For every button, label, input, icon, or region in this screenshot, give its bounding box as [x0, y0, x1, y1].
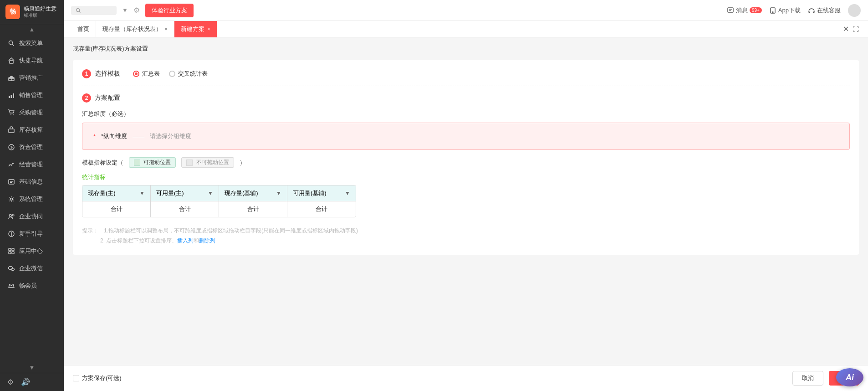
- col-2[interactable]: 现存量(基辅) ▼: [219, 185, 287, 201]
- tip-1: 提示： 1.拖动标题栏可以调整布局，不可跨维度或指标区域拖动栏目字段(只能在同一…: [82, 226, 850, 236]
- sidebar-item-system[interactable]: 系统管理: [0, 190, 64, 208]
- cell-3: 合计: [287, 201, 356, 217]
- expand-window-icon[interactable]: ⛶: [853, 26, 859, 33]
- brand-text: 畅康通好生意 标准版: [24, 5, 56, 19]
- speaker-icon[interactable]: 🔊: [21, 378, 30, 386]
- tab-inventory-close[interactable]: ×: [164, 26, 168, 32]
- svg-rect-20: [9, 252, 11, 254]
- col-0-dropdown[interactable]: ▼: [139, 190, 145, 196]
- dropdown-icon[interactable]: ▼: [122, 7, 128, 14]
- sidebar-item-label: 新手引导: [19, 230, 43, 238]
- cancel-button[interactable]: 取消: [792, 371, 823, 386]
- svg-rect-21: [12, 252, 14, 254]
- topbar-settings-icon[interactable]: ⚙: [133, 6, 140, 15]
- message-item[interactable]: 消息 99+: [727, 6, 762, 15]
- user-avatar[interactable]: [848, 4, 861, 17]
- guide-icon: [7, 230, 15, 238]
- ai-float-button[interactable]: Ai: [836, 368, 863, 386]
- sidebar-item-app-center[interactable]: 应用中心: [0, 242, 64, 260]
- system-icon: [7, 195, 15, 203]
- sidebar-item-members[interactable]: 畅会员: [0, 277, 64, 294]
- col-1-dropdown[interactable]: ▼: [208, 190, 213, 196]
- sidebar-item-label: 企业微信: [19, 264, 43, 273]
- sidebar-item-label: 基础信息: [19, 178, 43, 186]
- svg-point-24: [77, 8, 80, 11]
- search-bar[interactable]: [71, 6, 117, 15]
- stats-table: 现存量(主) ▼ 可用量(主) ▼ 现存量(基辅) ▼ 可用量(基辅): [82, 185, 356, 217]
- box-icon: [7, 126, 15, 134]
- svg-point-22: [9, 267, 13, 270]
- sidebar-item-label: 销售管理: [19, 91, 43, 99]
- sidebar-scroll-up[interactable]: ▲: [0, 24, 64, 35]
- main-area: ▼ ⚙ 体验行业方案 消息 99+ App下载 在线客服 首页: [64, 0, 868, 391]
- dimension-box[interactable]: * *纵向维度 —— 请选择分组维度: [82, 123, 850, 150]
- sidebar-item-purchase[interactable]: 采购管理: [0, 104, 64, 121]
- finance-icon: [7, 143, 15, 151]
- insert-col-link[interactable]: 插入列: [177, 237, 194, 244]
- tab-inventory[interactable]: 现存量（库存状况表） ×: [96, 21, 174, 37]
- radio-cross[interactable]: 交叉统计表: [169, 70, 208, 78]
- sidebar-item-enterprise[interactable]: 企业协同: [0, 208, 64, 225]
- sidebar-item-label: 搜索菜单: [19, 39, 43, 47]
- tab-new-plan-close[interactable]: ×: [207, 26, 210, 32]
- svg-rect-11: [9, 180, 14, 184]
- svg-rect-9: [9, 129, 14, 133]
- svg-rect-19: [12, 248, 14, 251]
- svg-rect-5: [11, 95, 12, 98]
- divider1: [82, 86, 850, 86]
- industry-plan-button[interactable]: 体验行业方案: [145, 4, 194, 17]
- bottom-bar: 方案保存(可选) 取消 查询: [64, 365, 868, 391]
- save-option[interactable]: 方案保存(可选): [73, 374, 122, 382]
- col-1-label: 可用量(主): [156, 189, 184, 197]
- sidebar-item-wechat[interactable]: 企业微信: [0, 260, 64, 277]
- sidebar-item-inventory[interactable]: 库存核算: [0, 121, 64, 139]
- online-service-item[interactable]: 在线客服: [808, 6, 841, 15]
- sidebar-bottom: ⚙ 🔊: [0, 373, 64, 391]
- tabs-bar: 首页 现存量（库存状况表） × 新建方案 × ✕ ⛶: [64, 21, 868, 37]
- sidebar: 畅 畅康通好生意 标准版 ▲ 搜索菜单 快捷导航 营销推广: [0, 0, 64, 391]
- col-3[interactable]: 可用量(基辅) ▼: [287, 185, 356, 201]
- sidebar-item-finance[interactable]: 资金管理: [0, 139, 64, 156]
- svg-rect-6: [13, 93, 14, 98]
- app-icon: [7, 247, 15, 255]
- indicator-setting: 模板指标设定（ 可拖动位置 不可拖动位置 ）: [82, 157, 850, 168]
- sidebar-item-sales[interactable]: 销售管理: [0, 87, 64, 104]
- col-0[interactable]: 现存量(主) ▼: [82, 185, 151, 201]
- sidebar-scroll-down[interactable]: ▼: [0, 362, 64, 373]
- sidebar-item-basic[interactable]: 基础信息: [0, 173, 64, 190]
- svg-point-15: [10, 215, 12, 217]
- sidebar-item-label: 经营管理: [19, 160, 43, 169]
- sidebar-item-search-menu[interactable]: 搜索菜单: [0, 35, 64, 52]
- col-1[interactable]: 可用量(主) ▼: [151, 185, 219, 201]
- radio-summary-label: 汇总表: [142, 70, 160, 78]
- sidebar-item-quick-nav[interactable]: 快捷导航: [0, 52, 64, 69]
- sidebar-item-guide[interactable]: 新手引导: [0, 225, 64, 242]
- radio-summary[interactable]: 汇总表: [133, 70, 160, 78]
- delete-col-link[interactable]: 删除列: [199, 237, 215, 244]
- tab-new-plan-label: 新建方案: [181, 25, 204, 33]
- dimension-section-label: 汇总维度（必选）: [82, 110, 850, 118]
- close-window-icon[interactable]: ✕: [843, 25, 849, 33]
- radio-dot-cross: [169, 71, 175, 77]
- svg-rect-29: [809, 11, 810, 12]
- settings-icon[interactable]: ⚙: [7, 378, 14, 386]
- sidebar-item-label: 应用中心: [19, 247, 43, 255]
- svg-rect-30: [813, 11, 815, 12]
- svg-rect-2: [10, 61, 13, 63]
- sidebar-item-marketing[interactable]: 营销推广: [0, 69, 64, 87]
- sidebar-item-operations[interactable]: 经营管理: [0, 156, 64, 173]
- tab-new-plan[interactable]: 新建方案 ×: [174, 21, 217, 37]
- app-download-item[interactable]: App下载: [769, 6, 801, 15]
- message-badge: 99+: [750, 7, 762, 13]
- col-2-dropdown[interactable]: ▼: [276, 190, 281, 196]
- tab-home[interactable]: 首页: [71, 21, 96, 37]
- svg-line-1: [12, 44, 14, 46]
- radio-dot-summary: [133, 71, 139, 77]
- col-0-label: 现存量(主): [88, 189, 116, 197]
- tip-2: 2. 点击标题栏下拉可设置排序、插入列和删除列: [100, 236, 850, 246]
- save-checkbox[interactable]: [73, 375, 79, 381]
- col-3-dropdown[interactable]: ▼: [345, 190, 350, 196]
- sidebar-nav: 搜索菜单 快捷导航 营销推广 销售管理 采购管理: [0, 35, 64, 362]
- topbar-right: 消息 99+ App下载 在线客服: [727, 4, 861, 17]
- cell-0: 合计: [82, 201, 151, 217]
